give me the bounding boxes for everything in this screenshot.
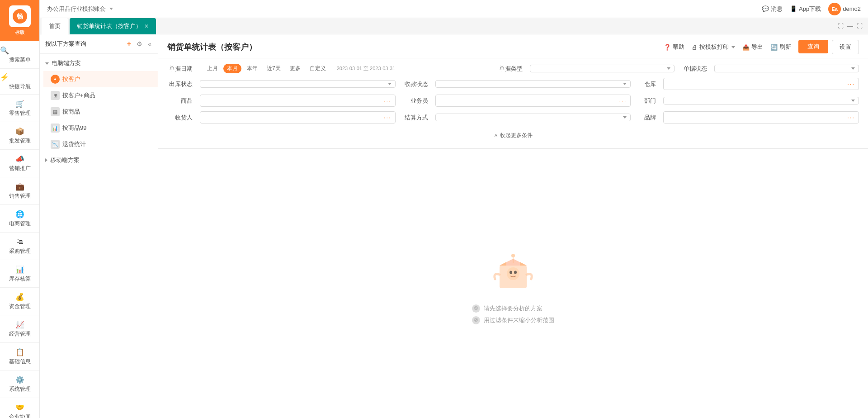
sidebar-item-finance[interactable]: 💰 资金管理: [0, 288, 39, 315]
collapse-label: 收起更多条件: [500, 132, 533, 138]
svg-point-6: [507, 267, 519, 280]
filter-area: 单据日期 上月 本月 本年 近7天 更多 自定义 2023-03-01 至 20…: [158, 58, 868, 149]
empty-illustration: [486, 243, 540, 297]
product-dots[interactable]: ···: [384, 97, 392, 104]
brand-dots[interactable]: ···: [847, 114, 855, 121]
help-label: 帮助: [673, 43, 684, 51]
filter-row-4: 收货人 ··· 结算方式 品牌 ···: [167, 111, 859, 124]
empty-tip-2: ② 用过滤条件来缩小分析范围: [472, 316, 554, 324]
operations-icon: 📈: [15, 320, 24, 329]
tree-child-by-customer[interactable]: ● 按客户: [43, 71, 158, 87]
tree-children-desktop: ● 按客户 ⊞ 按客户+商品 ▦ 按商品 📊 按商品99: [40, 71, 158, 152]
home-tab-label: 首页: [49, 22, 61, 30]
tree-parent-desktop[interactable]: 电脑端方案: [40, 56, 158, 71]
search-icon: 🔍: [0, 46, 9, 55]
sidebar-item-system[interactable]: ⚙️ 系统管理: [0, 370, 39, 398]
export-btn[interactable]: 📤 导出: [742, 43, 763, 51]
refresh-btn[interactable]: 🔄 刷新: [770, 43, 791, 51]
left-panel: 按以下方案查询 + ⚙ « 电脑端方案 ● 按客户: [40, 34, 158, 418]
topbar: 办公用品行业模拟账套 💬 消息 📱 App下载 Ea demo2: [40, 0, 868, 18]
tree-child-by-product[interactable]: ▦ 按商品: [43, 104, 158, 120]
sidebar-item-basic[interactable]: 📋 基础信息: [0, 343, 39, 370]
receipt-status-chevron: [623, 83, 627, 85]
warehouse-dots[interactable]: ···: [847, 81, 855, 87]
left-panel-header: 按以下方案查询 + ⚙ «: [40, 34, 158, 54]
out-status-select[interactable]: [200, 80, 396, 88]
order-status-select[interactable]: [714, 65, 859, 72]
tab-expand-btn[interactable]: ⛶: [834, 21, 847, 31]
quick-nav[interactable]: ⚡ 快捷导航: [0, 69, 39, 95]
query-button[interactable]: 查询: [798, 40, 828, 53]
tree-child-by-customer-product[interactable]: ⊞ 按客户+商品: [43, 87, 158, 104]
export-icon: 📤: [742, 44, 750, 51]
tab-sales-stat[interactable]: 销货单统计表（按客户） ✕: [70, 18, 156, 34]
recipient-select[interactable]: ···: [200, 111, 396, 124]
inventory-label: 库存核算: [9, 275, 31, 283]
logo[interactable]: 畅 标版: [0, 0, 39, 41]
this-month-btn[interactable]: 本月: [223, 64, 241, 73]
filter-row-date: 单据日期 上月 本月 本年 近7天 更多 自定义 2023-03-01 至 20…: [167, 64, 859, 73]
last-7-days-btn[interactable]: 近7天: [263, 64, 284, 73]
sidebar-item-retail[interactable]: 🛒 零售管理: [0, 95, 39, 122]
industry-dropdown-icon[interactable]: [109, 8, 113, 10]
sidebar-item-inventory[interactable]: 📊 库存核算: [0, 260, 39, 288]
message-btn[interactable]: 💬 消息: [762, 5, 783, 13]
out-status-label: 出库状态: [167, 80, 193, 88]
add-scheme-btn[interactable]: +: [126, 39, 132, 49]
collapse-filter-btn[interactable]: ∧ 收起更多条件: [167, 128, 859, 143]
settlement-select[interactable]: [435, 114, 631, 121]
tip-num-2: ②: [472, 316, 480, 324]
collapse-up-icon: ∧: [494, 132, 498, 138]
salesperson-dots[interactable]: ···: [619, 97, 627, 104]
settlement-label: 结算方式: [403, 114, 428, 122]
page-header-right: ❓ 帮助 🖨 按模板打印 📤 导出 🔄: [664, 40, 859, 54]
sales-label: 销售管理: [9, 192, 31, 200]
collapse-panel-btn[interactable]: «: [147, 39, 152, 48]
custom-date-btn[interactable]: 自定义: [306, 64, 330, 73]
more-date-btn[interactable]: 更多: [286, 64, 304, 73]
tree-child-return-stat[interactable]: 📉 退货统计: [43, 136, 158, 152]
tab-home[interactable]: 首页: [42, 18, 68, 34]
recipient-dots[interactable]: ···: [384, 114, 392, 121]
tab-close-icon[interactable]: ✕: [144, 23, 149, 29]
settings-button[interactable]: 设置: [832, 40, 859, 54]
help-btn[interactable]: ❓ 帮助: [664, 43, 684, 51]
date-quick-buttons: 上月 本月 本年 近7天 更多 自定义: [203, 64, 330, 73]
product-select[interactable]: ···: [200, 95, 396, 107]
search-menu[interactable]: 🔍 搜索菜单: [0, 41, 39, 69]
operations-label: 经营管理: [9, 330, 31, 338]
brand-select[interactable]: ···: [663, 111, 859, 124]
tree-mobile-label: 移动端方案: [50, 156, 80, 164]
order-type-select[interactable]: [530, 65, 675, 72]
industry-name: 办公用品行业模拟账套: [47, 5, 106, 13]
sidebar-item-marketing[interactable]: 📣 营销推广: [0, 150, 39, 177]
svg-marker-5: [520, 262, 527, 266]
warehouse-select[interactable]: ···: [663, 78, 859, 90]
finance-label: 资金管理: [9, 303, 31, 310]
this-year-btn[interactable]: 本年: [243, 64, 261, 73]
sidebar-item-cooperation[interactable]: 🤝 企业协同: [0, 398, 39, 418]
sidebar-item-purchase[interactable]: 🛍 采购管理: [0, 233, 39, 260]
department-select[interactable]: [663, 97, 859, 104]
template-print-btn[interactable]: 🖨 按模板打印: [692, 43, 735, 51]
user-profile-btn[interactable]: Ea demo2: [828, 3, 861, 15]
window-maximize-btn[interactable]: ⛶: [857, 23, 863, 29]
window-minimize-btn[interactable]: —: [847, 23, 853, 29]
page-header-actions: ❓ 帮助 🖨 按模板打印 📤 导出 🔄: [664, 43, 791, 51]
topbar-right: 💬 消息 📱 App下载 Ea demo2: [762, 3, 861, 15]
last-month-btn[interactable]: 上月: [203, 64, 222, 73]
salesperson-select[interactable]: ···: [435, 95, 631, 107]
sidebar-item-sales[interactable]: 💼 销售管理: [0, 177, 39, 205]
receipt-status-select[interactable]: [435, 80, 631, 88]
tree-child-by-product-99[interactable]: 📊 按商品99: [43, 120, 158, 136]
app-download-btn[interactable]: 📱 App下载: [790, 5, 821, 13]
nav-label: 快捷导航: [0, 83, 39, 90]
tree-parent-mobile[interactable]: 移动端方案: [40, 152, 158, 168]
sidebar-item-ecommerce[interactable]: 🌐 电商管理: [0, 205, 39, 233]
settings-scheme-btn[interactable]: ⚙: [136, 39, 143, 48]
date-label: 单据日期: [167, 65, 193, 73]
sidebar-item-operations[interactable]: 📈 经营管理: [0, 315, 39, 343]
tip-text-2: 用过滤条件来缩小分析范围: [484, 316, 554, 324]
by-customer-product-label: 按客户+商品: [62, 91, 95, 100]
sidebar-item-wholesale[interactable]: 📦 批发管理: [0, 122, 39, 150]
